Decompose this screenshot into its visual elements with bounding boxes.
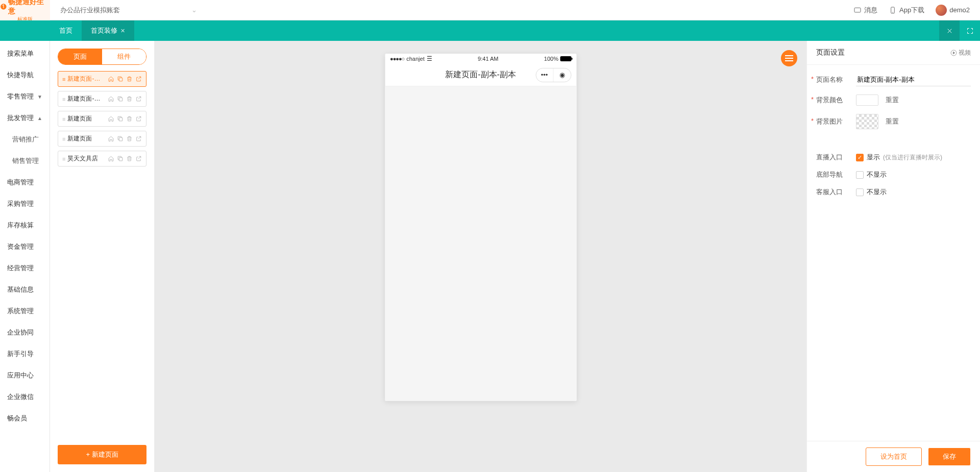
delete-icon[interactable] bbox=[126, 76, 133, 82]
page-item-name: 新建页面 bbox=[67, 134, 105, 143]
user-menu[interactable]: demo2 bbox=[936, 5, 970, 16]
home-icon[interactable] bbox=[108, 96, 114, 102]
nav-item[interactable]: 零售管理▼ bbox=[0, 86, 50, 107]
svg-rect-4 bbox=[119, 117, 122, 121]
more-icon[interactable]: ••• bbox=[536, 68, 553, 82]
play-icon bbox=[950, 50, 957, 56]
save-button[interactable]: 保存 bbox=[928, 447, 971, 466]
nav-item[interactable]: 电商管理 bbox=[0, 172, 50, 193]
label-live-entry: 直播入口 bbox=[816, 153, 856, 162]
share-icon[interactable] bbox=[135, 76, 142, 82]
signal-icon: ●●●●○ bbox=[390, 56, 404, 62]
app-download-button[interactable]: App下载 bbox=[889, 6, 924, 15]
drag-icon[interactable]: ≡ bbox=[62, 76, 64, 82]
svg-rect-0 bbox=[854, 8, 861, 12]
label-service-entry: 客服入口 bbox=[816, 187, 856, 197]
top-bar: 畅捷通好生意 标准版 办公品行业模拟账套 ⌄ 消息 App下载 demo2 bbox=[0, 0, 980, 20]
delete-icon[interactable] bbox=[126, 115, 133, 122]
nav-item[interactable]: 企业微信 bbox=[0, 386, 50, 408]
settings-title: 页面设置 bbox=[816, 48, 845, 57]
page-list-item[interactable]: ≡新建页面 bbox=[58, 131, 146, 147]
caret-icon: ▲ bbox=[37, 115, 42, 121]
nav-subitem[interactable]: 销售管理 bbox=[0, 150, 50, 172]
tab-pages[interactable]: 页面 bbox=[58, 49, 102, 64]
tab-components[interactable]: 组件 bbox=[102, 49, 146, 64]
message-icon bbox=[853, 6, 862, 14]
drag-icon[interactable]: ≡ bbox=[62, 136, 64, 142]
page-name-input[interactable] bbox=[856, 73, 971, 86]
label-bottom-nav: 底部导航 bbox=[816, 170, 856, 179]
share-icon[interactable] bbox=[135, 115, 142, 122]
copy-icon[interactable] bbox=[117, 96, 124, 102]
tabs-close-button[interactable] bbox=[939, 20, 960, 41]
page-list-item[interactable]: ≡新建页面-副本-... bbox=[58, 71, 146, 87]
share-icon[interactable] bbox=[135, 135, 142, 142]
delete-icon[interactable] bbox=[126, 96, 133, 102]
copy-icon[interactable] bbox=[117, 135, 124, 142]
drag-icon[interactable]: ≡ bbox=[62, 156, 64, 162]
nav-item[interactable]: 系统管理 bbox=[0, 300, 50, 322]
nav-item[interactable]: 搜索菜单 bbox=[0, 43, 50, 64]
page-list-panel: 页面 组件 ≡新建页面-副本-... ≡新建页面-副本 ≡新建页面 ≡新建页面 … bbox=[50, 41, 155, 472]
fullscreen-button[interactable] bbox=[960, 20, 980, 41]
copy-icon[interactable] bbox=[117, 76, 124, 82]
nav-item[interactable]: 畅会员 bbox=[0, 408, 50, 429]
nav-item[interactable]: 应用中心 bbox=[0, 365, 50, 386]
nav-item[interactable]: 经营管理 bbox=[0, 257, 50, 279]
bg-image-reset[interactable]: 重置 bbox=[886, 117, 899, 126]
svg-rect-6 bbox=[119, 157, 122, 161]
brand-logo: 畅捷通好生意 标准版 bbox=[0, 0, 50, 20]
chevron-down-icon: ⌄ bbox=[191, 6, 197, 14]
tab-home-decoration[interactable]: 首页装修 ✕ bbox=[82, 20, 134, 41]
page-list-item[interactable]: ≡新建页面-副本 bbox=[58, 91, 146, 107]
set-homepage-button[interactable]: 设为首页 bbox=[866, 447, 922, 466]
svg-rect-3 bbox=[119, 98, 122, 101]
nav-item[interactable]: 库存核算 bbox=[0, 215, 50, 236]
service-checkbox[interactable] bbox=[856, 188, 864, 196]
home-icon[interactable] bbox=[108, 135, 114, 142]
nav-item[interactable]: 基础信息 bbox=[0, 279, 50, 300]
video-help-button[interactable]: 视频 bbox=[950, 49, 971, 57]
drag-icon[interactable]: ≡ bbox=[62, 116, 64, 122]
drag-icon[interactable]: ≡ bbox=[62, 96, 64, 102]
home-icon[interactable] bbox=[108, 115, 114, 122]
bg-image-picker[interactable] bbox=[856, 114, 878, 129]
nav-item[interactable]: 资金管理 bbox=[0, 236, 50, 257]
share-icon[interactable] bbox=[135, 96, 142, 102]
copy-icon[interactable] bbox=[117, 115, 124, 122]
brand-name: 畅捷通好生意 bbox=[8, 0, 50, 16]
page-list-item[interactable]: ≡昊天文具店 bbox=[58, 151, 146, 167]
page-list-item[interactable]: ≡新建页面 bbox=[58, 111, 146, 127]
tab-home[interactable]: 首页 bbox=[50, 20, 82, 41]
wifi-icon: ☰ bbox=[427, 55, 432, 62]
share-icon[interactable] bbox=[135, 155, 142, 162]
nav-item[interactable]: 企业协同 bbox=[0, 322, 50, 343]
org-selector[interactable]: 办公品行业模拟账套 ⌄ bbox=[60, 6, 197, 15]
new-page-button[interactable]: + 新建页面 bbox=[58, 445, 146, 464]
copy-icon[interactable] bbox=[117, 155, 124, 162]
label-bg-image: 背景图片 bbox=[816, 117, 856, 126]
nav-item[interactable]: 采购管理 bbox=[0, 193, 50, 215]
home-icon[interactable] bbox=[108, 155, 114, 162]
nav-item[interactable]: 快捷导航 bbox=[0, 64, 50, 86]
bottom-nav-checkbox[interactable] bbox=[856, 171, 864, 179]
svg-rect-2 bbox=[119, 78, 122, 81]
nav-item[interactable]: 新手引导 bbox=[0, 343, 50, 365]
live-show-checkbox[interactable] bbox=[856, 154, 864, 161]
nav-item[interactable]: 批发管理▲ bbox=[0, 107, 50, 129]
nav-subitem[interactable]: 营销推广 bbox=[0, 129, 50, 150]
target-icon[interactable]: ◉ bbox=[553, 68, 571, 82]
phone-body[interactable] bbox=[385, 86, 576, 401]
bg-color-reset[interactable]: 重置 bbox=[886, 96, 899, 105]
close-icon[interactable]: ✕ bbox=[120, 28, 125, 34]
side-nav: 搜索菜单快捷导航零售管理▼批发管理▲营销推广销售管理电商管理采购管理库存核算资金… bbox=[0, 41, 50, 472]
bg-color-swatch[interactable] bbox=[856, 95, 878, 106]
delete-icon[interactable] bbox=[126, 135, 133, 142]
messages-button[interactable]: 消息 bbox=[853, 6, 877, 15]
avatar-icon bbox=[936, 5, 947, 16]
phone-status-bar: ●●●●○ chanjet ☰ 9:41 AM 100% bbox=[385, 54, 576, 64]
home-icon[interactable] bbox=[108, 76, 114, 82]
canvas-menu-button[interactable] bbox=[781, 50, 797, 66]
delete-icon[interactable] bbox=[126, 155, 133, 162]
mini-program-capsule[interactable]: ••• ◉ bbox=[535, 68, 571, 82]
